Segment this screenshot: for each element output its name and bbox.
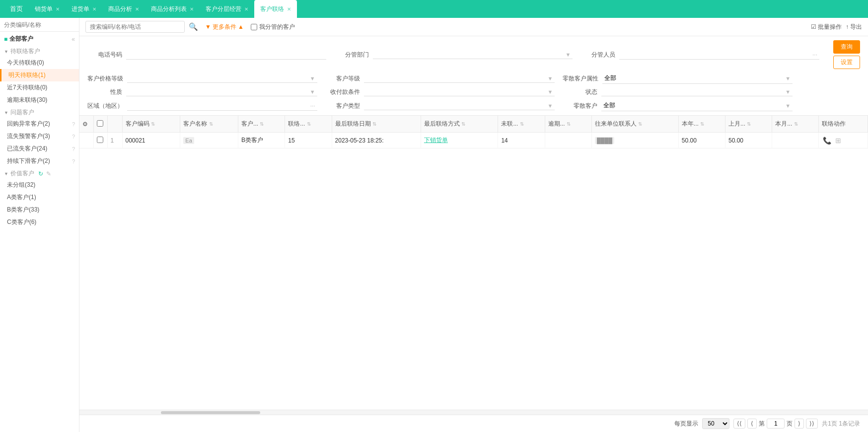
next-page-button[interactable]: ⟩ bbox=[795, 419, 804, 429]
sidebar-item-overdue[interactable]: 逾期未联络(30) bbox=[0, 94, 79, 106]
sort-type-icon[interactable]: ⇅ bbox=[260, 121, 264, 127]
sidebar-pending-group: ▼ 待联络客户 bbox=[0, 45, 79, 57]
select-all-checkbox[interactable] bbox=[97, 120, 103, 127]
col-name[interactable]: 客户名称 ⇅ bbox=[180, 116, 238, 133]
price-grade-select[interactable]: ▼ bbox=[127, 74, 317, 83]
payment-select[interactable]: ▼ bbox=[364, 88, 555, 96]
sort-overdue-icon[interactable]: ⇅ bbox=[567, 121, 571, 127]
grid-action-icon[interactable]: ⊞ bbox=[835, 137, 841, 144]
sort-lastmonth-icon[interactable]: ⇅ bbox=[747, 121, 751, 127]
row-lastmethod[interactable]: 下销货单 bbox=[421, 133, 498, 148]
help-churned-icon[interactable]: ? bbox=[72, 146, 75, 152]
prev-page-button[interactable]: ⟨ bbox=[747, 419, 757, 429]
nav-product-list[interactable]: 商品分析列表 ✕ bbox=[145, 0, 200, 18]
sidebar-item-c-class[interactable]: C类客户(6) bbox=[0, 216, 79, 228]
value-edit-icon[interactable]: ✎ bbox=[46, 170, 51, 177]
sidebar-item-churn-warn[interactable]: 流失预警客户(3) ? bbox=[0, 130, 79, 143]
more-conditions-button[interactable]: ▼ 更多条件 ▲ bbox=[202, 21, 247, 33]
page-unit: 页 bbox=[787, 420, 793, 428]
sidebar-all-customers-label[interactable]: ■ 全部客户 bbox=[4, 35, 33, 43]
status-select[interactable]: ▼ bbox=[601, 88, 793, 96]
sort-unlinked-icon[interactable]: ⇅ bbox=[520, 121, 524, 127]
col-lastdate[interactable]: 最后联络日期 ⇅ bbox=[332, 116, 421, 133]
sidebar-item-7days[interactable]: 近7天待联络(0) bbox=[0, 81, 79, 94]
nav-purchase[interactable]: 进货单 ✕ bbox=[66, 0, 102, 18]
sort-lastmethod-icon[interactable]: ⇅ bbox=[461, 121, 465, 127]
my-customers-checkbox[interactable] bbox=[251, 24, 257, 30]
search-input[interactable] bbox=[85, 21, 185, 33]
main-layout: 🔍 ■ 全部客户 « ▼ 待联络客户 今天待联络(0) 明天待联络(1) 近7天… bbox=[0, 18, 868, 432]
col-lastmethod[interactable]: 最后联络方式 ⇅ bbox=[421, 116, 498, 133]
nav-customer-contact[interactable]: 客户联络 ✕ bbox=[254, 0, 297, 18]
help-abnormal-icon[interactable]: ? bbox=[72, 121, 75, 127]
col-partner[interactable]: 往来单位联系人 ⇅ bbox=[591, 116, 678, 133]
search-button[interactable]: 🔍 bbox=[189, 22, 198, 31]
help-churn-warn-icon[interactable]: ? bbox=[72, 134, 75, 140]
close-sales-icon[interactable]: ✕ bbox=[56, 6, 60, 12]
set-button[interactable]: 设置 bbox=[833, 56, 860, 69]
page-input[interactable] bbox=[767, 419, 785, 429]
last-method-link[interactable]: 下销货单 bbox=[424, 137, 448, 144]
price-grade-label: 客户价格等级 bbox=[87, 74, 123, 83]
row-checkbox bbox=[93, 133, 107, 148]
sort-thisyear-icon[interactable]: ⇅ bbox=[700, 121, 704, 127]
scrollbar-thumb[interactable] bbox=[161, 411, 260, 414]
sidebar-item-today[interactable]: 今天待联络(0) bbox=[0, 57, 79, 69]
col-overdue[interactable]: 逾期... ⇅ bbox=[545, 116, 591, 133]
col-gear[interactable]: ⚙ bbox=[79, 116, 93, 133]
nav-home[interactable]: 首页 bbox=[4, 0, 29, 18]
query-button[interactable]: 查询 bbox=[833, 40, 860, 54]
first-page-button[interactable]: ⟨⟨ bbox=[733, 419, 745, 429]
batch-op-button[interactable]: ☑ 批量操作 bbox=[811, 23, 842, 31]
sidebar-item-tomorrow[interactable]: 明天待联络(1) bbox=[0, 69, 79, 81]
export-button[interactable]: ↑ 导出 bbox=[846, 23, 862, 31]
per-page-select[interactable]: 50 100 200 bbox=[702, 418, 729, 429]
col-type[interactable]: 客户... ⇅ bbox=[238, 116, 285, 133]
horizontal-scrollbar[interactable] bbox=[79, 410, 868, 415]
sidebar-search-input[interactable] bbox=[4, 21, 78, 28]
col-thismonth[interactable]: 本月... ⇅ bbox=[772, 116, 819, 133]
sort-partner-icon[interactable]: ⇅ bbox=[638, 121, 642, 127]
sidebar-item-churned[interactable]: 已流失客户(24) ? bbox=[0, 143, 79, 155]
phone-input[interactable] bbox=[126, 50, 326, 60]
col-contacts[interactable]: 联络... ⇅ bbox=[285, 116, 332, 133]
dept-select[interactable]: ▼ bbox=[373, 51, 573, 59]
close-product-list-icon[interactable]: ✕ bbox=[190, 6, 194, 12]
sidebar-item-a-class[interactable]: A类客户(1) bbox=[0, 191, 79, 204]
retail-customer-select[interactable]: 全部 ▼ bbox=[601, 100, 793, 111]
sort-lastdate-icon[interactable]: ⇅ bbox=[372, 121, 376, 127]
col-unlinked[interactable]: 未联... ⇅ bbox=[498, 116, 545, 133]
sidebar-item-ungrouped[interactable]: 未分组(32) bbox=[0, 179, 79, 191]
customer-grade-select[interactable]: ▼ bbox=[364, 74, 555, 83]
person-dots-icon[interactable]: ··· bbox=[812, 51, 817, 58]
retail-attr-select[interactable]: 全部 ▼ bbox=[602, 73, 793, 84]
sidebar-item-abnormal[interactable]: 回购异常客户(2) ? bbox=[0, 118, 79, 130]
close-purchase-icon[interactable]: ✕ bbox=[92, 6, 96, 12]
last-page-button[interactable]: ⟩⟩ bbox=[806, 419, 818, 429]
sidebar-collapse-icon[interactable]: « bbox=[72, 36, 75, 43]
sort-name-icon[interactable]: ⇅ bbox=[209, 121, 213, 127]
nature-select[interactable]: ▼ bbox=[126, 88, 317, 96]
row-partner: ████ bbox=[591, 133, 678, 148]
close-customer-contact-icon[interactable]: ✕ bbox=[287, 6, 291, 12]
sidebar-item-b-class[interactable]: B类客户(33) bbox=[0, 204, 79, 216]
col-code[interactable]: 客户编码 ⇅ bbox=[122, 116, 180, 133]
close-customer-tier-icon[interactable]: ✕ bbox=[244, 6, 248, 12]
sort-contacts-icon[interactable]: ⇅ bbox=[307, 121, 311, 127]
nav-product-analysis[interactable]: 商品分析 ✕ bbox=[102, 0, 145, 18]
help-declining-icon[interactable]: ? bbox=[72, 158, 75, 164]
close-product-analysis-icon[interactable]: ✕ bbox=[135, 6, 139, 12]
col-thisyear[interactable]: 本年... ⇅ bbox=[678, 116, 725, 133]
table-row: 1 000021 Ea B类客户 15 2023-05-23 18:25: 下销… bbox=[79, 133, 868, 148]
value-refresh-icon[interactable]: ↻ bbox=[38, 170, 43, 177]
phone-action-icon[interactable]: 📞 bbox=[823, 137, 831, 144]
nav-sales[interactable]: 销货单 ✕ bbox=[29, 0, 66, 18]
col-lastmonth[interactable]: 上月... ⇅ bbox=[725, 116, 772, 133]
nav-customer-tier[interactable]: 客户分层经营 ✕ bbox=[200, 0, 254, 18]
sidebar-item-declining[interactable]: 持续下滑客户(2) ? bbox=[0, 155, 79, 167]
customer-type-select[interactable]: ▼ bbox=[364, 102, 555, 110]
sort-code-icon[interactable]: ⇅ bbox=[151, 121, 155, 127]
row-select-checkbox[interactable] bbox=[97, 137, 103, 143]
region-dots-icon[interactable]: ··· bbox=[310, 102, 315, 109]
sort-thismonth-icon[interactable]: ⇅ bbox=[794, 121, 798, 127]
